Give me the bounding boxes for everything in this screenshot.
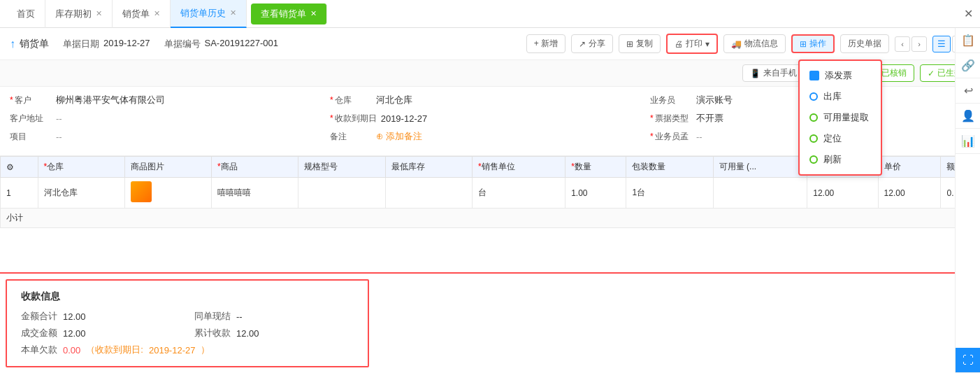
out-stock-icon bbox=[809, 92, 818, 101]
operations-dropdown: 添发票 出库 可用量提取 定位 刷新 bbox=[798, 59, 882, 176]
total-label: 金额合计 bbox=[21, 310, 57, 323]
doc-date-label: 单据日期 bbox=[63, 38, 99, 50]
add-invoice-label: 添发票 bbox=[825, 69, 852, 82]
subtotal-row: 小计 bbox=[1, 209, 980, 228]
prev-arrow[interactable]: ‹ bbox=[895, 36, 910, 52]
due-date-prefix: （收款到期日: bbox=[86, 344, 143, 356]
copy-button[interactable]: ⊞ 复制 bbox=[619, 34, 661, 53]
phone-label: 来自手机 bbox=[763, 67, 797, 79]
phone-btn[interactable]: 📱 来自手机 bbox=[742, 64, 805, 82]
dropdown-available-qty[interactable]: 可用量提取 bbox=[800, 107, 881, 128]
doc-header: ↑ 销货单 单据日期 2019-12-27 单据编号 SA-20191227-0… bbox=[0, 28, 980, 60]
payment-date-field: 收款到期日 2019-12-27 bbox=[330, 113, 650, 125]
doc-number-value: SA-20191227-001 bbox=[205, 38, 279, 50]
balance-value: 0.00 bbox=[63, 345, 80, 356]
remark-add-label: 添加备注 bbox=[386, 131, 422, 141]
subtotal-label: 小计 bbox=[1, 209, 980, 228]
history-label: 历史单据 bbox=[848, 38, 881, 50]
logistics-icon: 🚚 bbox=[731, 39, 742, 49]
tab-view-sales-label: 查看销货单 bbox=[261, 8, 306, 20]
tab-home[interactable]: 首页 bbox=[7, 0, 45, 28]
share-button[interactable]: ↗ 分享 bbox=[571, 34, 613, 53]
table-row: 1 河北仓库 嘻嘻嘻嘻 台 1.00 1台 12.00 12.00 bbox=[1, 178, 980, 209]
address-value: -- bbox=[56, 113, 62, 124]
list-view-btn[interactable]: ☰ bbox=[932, 36, 951, 52]
cell-unit-price: 12.00 bbox=[878, 178, 941, 209]
cell-available bbox=[713, 178, 807, 209]
customer-value: 柳州粤港平安气体有限公司 bbox=[56, 94, 165, 106]
due-date-suffix: ） bbox=[201, 344, 210, 356]
doc-number-label: 单据编号 bbox=[164, 38, 201, 50]
dropdown-out-stock[interactable]: 出库 bbox=[800, 86, 881, 107]
col-spec: 规格型号 bbox=[298, 157, 385, 178]
payment-date-label: 收款到期日 bbox=[330, 113, 377, 125]
panel-icon-3[interactable]: ↩ bbox=[956, 78, 980, 104]
cell-image bbox=[124, 178, 211, 209]
cell-quantity: 1.00 bbox=[565, 178, 626, 209]
tab-view-sales-close[interactable]: ✕ bbox=[310, 9, 317, 18]
remark-add-btn[interactable]: ⊕ 添加备注 bbox=[376, 130, 422, 143]
print-icon: 🖨 bbox=[675, 39, 683, 49]
payment-title: 收款信息 bbox=[21, 290, 354, 303]
panel-icon-5[interactable]: 📊 bbox=[956, 129, 980, 154]
panel-icon-6[interactable]: ⛶ bbox=[956, 348, 980, 373]
panel-icon-1[interactable]: 📋 bbox=[956, 28, 980, 53]
project-label: 项目 bbox=[10, 131, 52, 143]
cumulative-value: 12.00 bbox=[236, 328, 259, 339]
new-button[interactable]: + 新增 bbox=[526, 34, 565, 53]
next-arrow[interactable]: › bbox=[911, 36, 927, 52]
col-product: *商品 bbox=[212, 157, 298, 178]
col-settings[interactable]: ⚙ bbox=[1, 157, 38, 178]
project-value: -- bbox=[56, 132, 62, 142]
cell-current-stock: 12.00 bbox=[807, 178, 878, 209]
cumulative-label: 累计收款 bbox=[194, 327, 231, 339]
tab-sales-history[interactable]: 销货单历史 ✕ bbox=[171, 0, 247, 28]
print-button[interactable]: 🖨 打印 ▾ bbox=[666, 34, 718, 54]
tab-bar: 首页 库存期初 ✕ 销货单 ✕ 销货单历史 ✕ 查看销货单 ✕ ✕ bbox=[0, 0, 980, 28]
window-close-btn[interactable]: ✕ bbox=[964, 7, 973, 20]
tab-sales[interactable]: 销货单 ✕ bbox=[113, 0, 171, 28]
confirm-label: 已核销 bbox=[881, 67, 907, 79]
doc-type-label: 销货单 bbox=[20, 38, 49, 50]
logistics-button[interactable]: 🚚 物流信息 bbox=[723, 34, 786, 53]
dropdown-add-invoice[interactable]: 添发票 bbox=[800, 65, 881, 86]
col-unit-price: 单价 bbox=[878, 157, 941, 178]
operations-icon: ⊞ bbox=[800, 39, 807, 49]
remark-label: 备注 bbox=[330, 131, 372, 143]
history-button[interactable]: 历史单据 bbox=[840, 34, 889, 53]
tab-view-sales[interactable]: 查看销货单 ✕ bbox=[251, 3, 327, 24]
panel-icon-2[interactable]: 🔗 bbox=[956, 53, 980, 78]
cumulative-item: 累计收款 12.00 bbox=[194, 327, 354, 339]
tab-inventory-close[interactable]: ✕ bbox=[96, 9, 102, 18]
locate-icon bbox=[809, 134, 818, 143]
tab-inventory[interactable]: 库存期初 ✕ bbox=[45, 0, 113, 28]
customer-label: 客户 bbox=[10, 94, 52, 106]
toolbar-right: + 新增 ↗ 分享 ⊞ 复制 🖨 打印 ▾ 🚚 物流信息 bbox=[526, 34, 970, 54]
dropdown-locate[interactable]: 定位 bbox=[800, 128, 881, 149]
remark-add-icon: ⊕ bbox=[376, 131, 383, 141]
print-dropdown-icon: ▾ bbox=[705, 39, 709, 49]
staff-label: 业务员 bbox=[650, 94, 692, 106]
total-value: 12.00 bbox=[63, 311, 86, 322]
payment-info: 收款信息 金额合计 12.00 同单现结 -- 成交金额 12.00 bbox=[6, 279, 369, 367]
balance-label: 本单欠款 bbox=[21, 344, 57, 356]
cell-spec bbox=[298, 178, 385, 209]
nav-arrows: ‹ › bbox=[895, 36, 927, 52]
col-warehouse: *仓库 bbox=[38, 157, 124, 178]
tab-sales-close[interactable]: ✕ bbox=[154, 9, 160, 18]
dropdown-refresh[interactable]: 刷新 bbox=[800, 149, 881, 170]
phone-icon: 📱 bbox=[750, 69, 761, 78]
customer-field: 客户 柳州粤港平安气体有限公司 bbox=[10, 94, 330, 106]
panel-icon-4[interactable]: 👤 bbox=[956, 104, 980, 129]
tab-sales-label: 销货单 bbox=[122, 8, 150, 20]
refresh-icon bbox=[809, 155, 818, 164]
operations-button[interactable]: ⊞ 操作 bbox=[791, 34, 835, 53]
deal-amount-value: 12.00 bbox=[63, 328, 86, 339]
same-order-label: 同单现结 bbox=[194, 310, 231, 323]
deal-amount-label: 成交金额 bbox=[21, 327, 57, 339]
cell-warehouse: 河北仓库 bbox=[38, 178, 124, 209]
doc-title: ↑ 销货单 bbox=[10, 38, 49, 50]
tab-sales-history-close[interactable]: ✕ bbox=[230, 8, 236, 17]
print-label: 打印 bbox=[686, 38, 702, 50]
tab-sales-history-label: 销货单历史 bbox=[180, 7, 226, 20]
